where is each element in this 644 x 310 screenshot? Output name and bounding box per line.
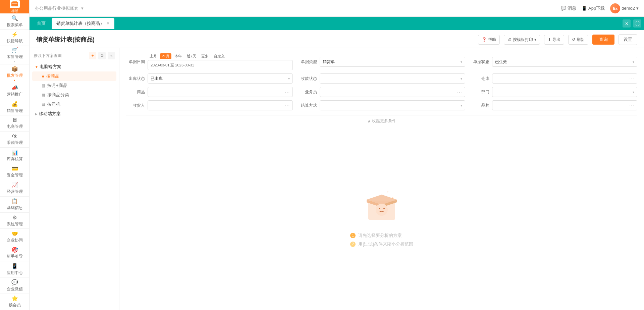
- user-area[interactable]: Ea demo2 ▾: [610, 3, 639, 13]
- help-btn[interactable]: ❓ 帮助: [478, 35, 500, 45]
- retail-expand-icon: ▾: [14, 60, 15, 63]
- filter-recipient: 收货人 ···: [126, 100, 293, 110]
- doc-type-input[interactable]: 销货单 ▾: [320, 57, 465, 67]
- sidebar-item-enterprise[interactable]: 🤝 企业协同: [0, 229, 29, 245]
- sidebar-item-app-center[interactable]: 📱 应用中心: [0, 261, 29, 277]
- brand-dots[interactable]: ···: [629, 103, 634, 108]
- warehouse-label: 仓库: [471, 76, 489, 82]
- sidebar-item-retail[interactable]: 🛒 零售管理 ▾: [0, 46, 29, 65]
- sidebar-item-label-wechat: 企业微信: [7, 286, 23, 292]
- sidebar-item-sales[interactable]: 💰 销售管理: [0, 99, 29, 115]
- sidebar-item-inventory[interactable]: 📊 库存核算: [0, 148, 29, 164]
- date-pill-last-month[interactable]: 上月: [148, 53, 159, 59]
- sidebar-item-base-info[interactable]: 📋 基础信息: [0, 197, 29, 213]
- tree-child-by-category[interactable]: ▦ 按商品分类: [32, 90, 116, 100]
- quick-nav-icon: ⚡: [11, 31, 18, 38]
- sidebar-item-ecom[interactable]: 🖥 电商管理: [0, 115, 29, 132]
- date-pill-more[interactable]: 更多: [199, 53, 211, 59]
- left-panel-title: 按以下方案查询: [34, 53, 62, 59]
- export-btn[interactable]: ⬇ 导出: [544, 35, 564, 45]
- date-pill-this-year[interactable]: 本年: [172, 53, 184, 59]
- query-btn[interactable]: 查询: [592, 35, 614, 45]
- tree-child-by-cashier[interactable]: ▦ 按司机: [32, 100, 116, 109]
- payment-status-input[interactable]: ▾: [320, 73, 465, 84]
- product-dots[interactable]: ···: [285, 89, 290, 95]
- recipient-dots[interactable]: ···: [285, 103, 290, 108]
- filter-doc-type: 单据类型 销货单 ▾: [298, 53, 465, 70]
- sidebar-item-label-inventory: 库存核算: [7, 156, 23, 162]
- sidebar-item-marketing[interactable]: 📣 营销推广: [0, 83, 29, 99]
- filter-brand: 品牌 ···: [471, 100, 637, 110]
- sidebar-item-search-menu[interactable]: 🔍 搜索菜单: [0, 13, 29, 30]
- username: demo2: [622, 6, 635, 11]
- sidebar-item-vip[interactable]: ⭐ 畅会员: [0, 294, 29, 310]
- tree-expand-desktop-icon: ▼: [35, 65, 38, 69]
- page-content: 销货单统计表(按商品) ❓ 帮助 🖨 按模板打印 ▾ ⬇ 导出 ↺ 刷新: [30, 30, 644, 310]
- by-product-icon: ●: [42, 73, 44, 79]
- hint-text-1: 请先选择要分析的方案: [358, 231, 402, 240]
- sidebar-item-corp-wechat[interactable]: 💬 企业微信: [0, 277, 29, 294]
- page-actions: ❓ 帮助 🖨 按模板打印 ▾ ⬇ 导出 ↺ 刷新 查询 设置: [478, 34, 637, 45]
- purchase-icon: 🛍: [12, 133, 17, 139]
- tab-home[interactable]: 首页: [32, 18, 50, 29]
- warehouse-input[interactable]: ···: [492, 73, 637, 84]
- by-month-product-icon: ▦: [42, 83, 45, 88]
- settings-btn[interactable]: 设置: [619, 34, 637, 45]
- department-input[interactable]: ▾: [492, 87, 637, 97]
- payment-method-input[interactable]: ▾: [320, 100, 465, 110]
- product-input[interactable]: ···: [148, 87, 293, 97]
- message-btn[interactable]: 💬 消息: [561, 5, 576, 11]
- date-pill-custom[interactable]: 自定义: [212, 53, 227, 59]
- print-btn[interactable]: 🖨 按模板打印 ▾: [504, 35, 540, 45]
- tab-close-all-btn[interactable]: ✕: [623, 19, 631, 28]
- tree-parent-desktop-label: 电脑端方案: [40, 64, 61, 70]
- salesperson-input[interactable]: ···: [320, 87, 465, 97]
- date-pill-7days[interactable]: 近7天: [185, 53, 198, 59]
- sidebar-item-operations[interactable]: 📈 经营管理: [0, 180, 29, 196]
- wh-status-input[interactable]: 已出库 ▾: [148, 73, 293, 84]
- sidebar-item-label-retail: 零售管理: [7, 54, 23, 60]
- warehouse-dots[interactable]: ···: [629, 76, 634, 81]
- hint-num-2: 2: [350, 242, 356, 247]
- refresh-btn[interactable]: ↺ 刷新: [568, 35, 588, 45]
- filter-payment-status: 收款状态 ▾: [298, 73, 465, 84]
- sidebar-item-label-finance: 资金管理: [7, 172, 23, 178]
- settings-scheme-btn[interactable]: ⚙: [98, 52, 106, 59]
- tab-home-label: 首页: [37, 20, 46, 27]
- sidebar-item-quick-nav[interactable]: ⚡ 快捷导航: [0, 30, 29, 46]
- doc-status-input[interactable]: 已生效 ▾: [492, 57, 637, 67]
- logo: 标版: [0, 0, 29, 13]
- empty-state: ✦ ✦ ✦ 1 请先选择要分析的方案 2 用[过滤]条件来缩小分析范围: [126, 126, 637, 305]
- tree-parent-mobile[interactable]: ▶ 移动端方案: [32, 109, 116, 118]
- header-dropdown-icon[interactable]: ▾: [81, 6, 84, 11]
- tree-child-by-product[interactable]: ● 按商品: [32, 71, 116, 81]
- enterprise-icon: 🤝: [11, 230, 18, 237]
- tree-child-by-month-product[interactable]: ▦ 按月+商品: [32, 81, 116, 90]
- collapse-btn[interactable]: ∧ 收起更多条件: [126, 115, 637, 126]
- recipient-input[interactable]: ···: [148, 100, 293, 110]
- date-range-input[interactable]: 2023-03-01 至 2023-03-31: [148, 60, 293, 70]
- sidebar-item-sys-mgmt[interactable]: ⚙ 系统管理: [0, 213, 29, 229]
- tab-expand-btn[interactable]: ⛶: [633, 19, 641, 28]
- page-header: 销货单统计表(按商品) ❓ 帮助 🖨 按模板打印 ▾ ⬇ 导出 ↺ 刷新: [30, 30, 644, 48]
- tree-parent-desktop[interactable]: ▼ 电脑端方案: [32, 62, 116, 71]
- app-download-btn[interactable]: 📱 App下载: [582, 5, 605, 11]
- tab-close-icon[interactable]: ✕: [106, 21, 110, 25]
- sidebar-item-finance[interactable]: 💳 资金管理: [0, 164, 29, 180]
- filter-row-1: 单据日期 上月 本月 本年 近7天 更多 自定义 2023-: [126, 53, 637, 70]
- body-layout: 按以下方案查询 + ⚙ « ▼ 电脑端方案 ● 按商品: [30, 48, 644, 310]
- wh-status-label: 出库状态: [126, 76, 145, 82]
- salesperson-dots[interactable]: ···: [457, 89, 462, 95]
- collapse-panel-btn[interactable]: «: [108, 52, 115, 59]
- tab-sales-stat[interactable]: 销货单统计表（按商品） ✕: [52, 18, 114, 29]
- page-title: 销货单统计表(按商品): [36, 36, 95, 44]
- sidebar-item-guide[interactable]: 🎯 新手引导: [0, 245, 29, 261]
- date-pill-this-month[interactable]: 本月: [160, 53, 171, 59]
- sidebar-item-purchase[interactable]: 🛍 采购管理: [0, 132, 29, 148]
- svg-point-7: [383, 208, 385, 209]
- brand-input[interactable]: ···: [492, 100, 637, 110]
- sidebar-item-wholesale[interactable]: 📦 批发管理 ▴: [0, 64, 29, 83]
- sidebar: 标版 🔍 搜索菜单 ⚡ 快捷导航 🛒 零售管理 ▾ 📦 批发管理 ▴ 📣 营销推…: [0, 0, 30, 310]
- filter-row-4: 收货人 ··· 结算方式 ▾: [126, 100, 637, 110]
- add-scheme-btn[interactable]: +: [89, 52, 96, 59]
